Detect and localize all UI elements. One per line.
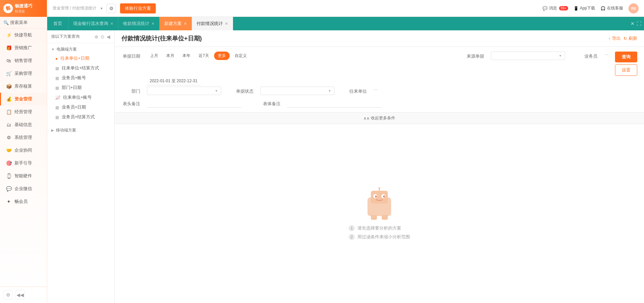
date-option-more[interactable]: 更多 — [214, 52, 230, 60]
topbar-arrow-icon: ▾ — [100, 6, 103, 11]
sidebar-item-label: 系统管理 — [14, 135, 32, 141]
dept-select[interactable]: ▾ — [147, 87, 221, 95]
collapse-panel-btn[interactable]: ◀ — [107, 34, 110, 39]
export-label: 导出 — [612, 35, 621, 41]
tab-cashflow-close-icon[interactable]: ✕ — [110, 22, 113, 26]
sidebar-item-label: 畅会员 — [14, 199, 28, 205]
sidebar-item-purchase[interactable]: 🛒 采购管理 — [0, 67, 47, 80]
schema-table-icon: ▦ — [55, 66, 59, 71]
doc-status-select[interactable]: ▾ — [260, 87, 334, 95]
sidebar-item-sales[interactable]: 🛍 销售管理 — [0, 54, 47, 67]
tab-cashflow[interactable]: 现金银行流水查询 ✕ — [68, 17, 118, 30]
sidebar-item-member[interactable]: ✦ 畅会员 — [0, 195, 47, 208]
quick-nav-icon: ⚡ — [6, 32, 12, 38]
tab-payment[interactable]: 付款情况统计 ✕ — [192, 17, 233, 30]
app-download-label: App下载 — [580, 5, 595, 11]
online-service-btn[interactable]: 🎧 在线客服 — [601, 5, 623, 11]
schema-item-staff-payment[interactable]: ▦ 业务员+结算方式 — [47, 112, 114, 122]
left-panel-title: 按以下方案查询 — [51, 34, 80, 39]
sidebar-item-quick-nav[interactable]: ⚡ 快捷导航 — [0, 29, 47, 41]
left-panel-actions: ⊕ ⊙ ◀ — [94, 34, 110, 39]
sidebar-item-label: 基础信息 — [14, 122, 32, 128]
empty-illustration — [359, 187, 400, 221]
settings-footer-btn[interactable]: ⚙ — [3, 290, 13, 300]
pc-section-label: 电脑端方案 — [57, 47, 77, 52]
body-note-input[interactable] — [287, 99, 382, 108]
sidebar-item-hardware[interactable]: ⌚ 智能硬件 — [0, 170, 47, 182]
export-btn[interactable]: ↑ 导出 — [609, 35, 621, 41]
sidebar-item-marketing[interactable]: 🎁 营销推广 — [0, 41, 47, 54]
header-note-label: 表头备注 — [121, 99, 140, 107]
search-menu[interactable]: 🔍 搜索菜单 — [0, 17, 47, 29]
date-filter-field: 上月 本月 本年 近7天 更多 自定义 — [147, 52, 445, 60]
message-btn[interactable]: 💬 消息 99+ — [543, 5, 568, 11]
manage-schema-btn[interactable]: ⊙ — [100, 34, 105, 39]
tab-cashflow-label: 现金银行流水查询 — [73, 21, 108, 27]
schema-item-dept-date[interactable]: ▦ 部门+日期 — [47, 83, 114, 93]
svg-point-7 — [378, 187, 380, 189]
tab-new-plan[interactable]: 新建方案 ✕ — [159, 17, 192, 30]
tab-home[interactable]: 首页 — [47, 17, 68, 30]
sidebar-item-operations[interactable]: 📋 经营管理 — [0, 105, 47, 118]
collapse-row[interactable]: ∧∧ 收起更多条件 — [115, 113, 644, 124]
app-download-icon: 📱 — [574, 6, 579, 11]
sidebar-item-basics[interactable]: 🗂 基础信息 — [0, 118, 47, 131]
filter-settings-btn[interactable]: 设置 — [615, 64, 637, 76]
right-content: 付款情况统计(往来单位+日期) ↑ 导出 ↻ 刷新 — [115, 30, 644, 303]
schema-item-staff-account[interactable]: ▦ 业务员+账号 — [47, 73, 114, 83]
filter-row-daterange: 2022-01-01 至 2022-12-31 — [121, 77, 637, 85]
collapse-btn[interactable]: ∧∧ 收起更多条件 — [363, 115, 395, 121]
sidebar-item-system[interactable]: ⚙ 系统管理 — [0, 131, 47, 144]
schema-item-label: 业务员+账号 — [62, 75, 86, 81]
schema-item-label: 往来单位+账号 — [63, 95, 92, 100]
date-option-this-month[interactable]: 本月 — [163, 52, 177, 60]
date-option-this-year[interactable]: 本年 — [179, 52, 194, 60]
trial-btn[interactable]: 体验行业方案 — [120, 3, 156, 13]
schema-item-unit-payment[interactable]: ▦ 往来单位+结算方式 — [47, 63, 114, 73]
avatar-text: Rit — [631, 6, 636, 10]
collapse-sidebar-btn[interactable]: ◀◀ — [16, 290, 25, 300]
schema-item-label: 业务员+结算方式 — [62, 114, 95, 120]
header-note-input[interactable] — [147, 99, 241, 108]
sidebar-item-enterprise[interactable]: 🤝 企业协同 — [0, 144, 47, 157]
sidebar-item-label: 快捷导航 — [14, 32, 32, 38]
dept-filter-label: 部门 — [121, 87, 140, 94]
tab-receivable-close-icon[interactable]: ✕ — [151, 22, 154, 26]
doc-status-arrow-icon: ▾ — [329, 89, 331, 93]
marketing-icon: 🎁 — [6, 45, 12, 51]
add-schema-btn[interactable]: ⊕ — [94, 34, 98, 39]
sidebar-item-label: 企业微信 — [14, 186, 32, 192]
doc-status-label: 单据状态 — [235, 87, 254, 94]
refresh-btn[interactable]: ↻ 刷新 — [623, 35, 637, 41]
svg-rect-1 — [371, 191, 388, 204]
tab-new-plan-close-icon[interactable]: ✕ — [184, 22, 187, 26]
user-avatar[interactable]: Rit — [628, 3, 639, 13]
app-download-btn[interactable]: 📱 App下载 — [574, 5, 595, 11]
counterpart-ellipsis-btn[interactable]: ··· — [374, 87, 378, 92]
pc-section-toggle[interactable]: ▼ 电脑端方案 — [47, 45, 114, 54]
date-option-last-month[interactable]: 上月 — [147, 52, 161, 60]
topbar-settings-btn[interactable]: ⚙ — [107, 4, 116, 13]
sidebar-item-wechat[interactable]: 💬 企业微信 — [0, 182, 47, 195]
mobile-section-toggle[interactable]: ▶ 移动端方案 — [47, 126, 114, 134]
tab-payment-close-icon[interactable]: ✕ — [225, 22, 228, 26]
source-select[interactable]: ▾ — [491, 52, 565, 60]
tab-receivable[interactable]: 收款情况统计 ✕ — [118, 17, 159, 30]
date-option-custom[interactable]: 自定义 — [232, 52, 250, 60]
staff-ellipsis-btn[interactable]: ··· — [604, 52, 608, 57]
close-all-tabs-btn[interactable]: ✕ — [631, 21, 635, 26]
schema-table-icon5: ▦ — [55, 115, 59, 120]
schema-item-unit-date[interactable]: ● 往来单位+日期 — [47, 54, 114, 63]
date-option-7days[interactable]: 近7天 — [196, 52, 212, 60]
query-btn[interactable]: 查询 — [615, 52, 637, 62]
sidebar-item-inventory[interactable]: 📦 库存核算 — [0, 80, 47, 93]
hint-num-2: 2 — [349, 234, 355, 240]
schema-item-unit-account[interactable]: 📈 往来单位+账号 — [47, 93, 114, 102]
source-arrow-icon: ▾ — [559, 54, 561, 58]
sidebar-item-capital[interactable]: 💰 资金管理 — [0, 93, 47, 105]
main-content: 资金管理 / 付款情况统计 ▾ ⚙ 体验行业方案 💬 消息 99+ 📱 App下… — [47, 0, 644, 303]
sidebar-item-guide[interactable]: 🎯 新手引导 — [0, 157, 47, 170]
schema-item-staff-date[interactable]: ▦ 业务员+日期 — [47, 102, 114, 112]
tab-payment-label: 付款情况统计 — [197, 21, 223, 27]
maximize-btn[interactable]: ⛶ — [637, 21, 641, 26]
